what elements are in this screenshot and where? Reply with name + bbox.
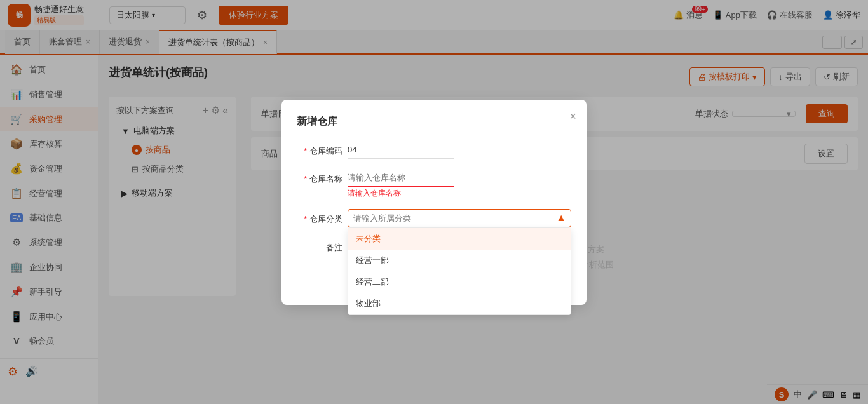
code-label: * 仓库编码 <box>297 141 348 157</box>
note-label: 备注 <box>297 238 348 253</box>
dropdown-item-uncategorized[interactable]: 未分类 <box>348 228 571 250</box>
category-required-star: * <box>304 214 307 224</box>
modal-title: 新增仓库 <box>297 115 571 128</box>
modal-close-button[interactable]: × <box>569 110 576 123</box>
form-row-name: * 仓库名称 请输入仓库名称 <box>297 169 571 199</box>
category-label: * 仓库分类 <box>297 209 348 225</box>
dropdown-item-dept2[interactable]: 经营二部 <box>348 271 571 293</box>
category-input[interactable] <box>348 209 571 227</box>
form-row-category: * 仓库分类 ▲ 未分类 经营一部 经营二部 物业部 <box>297 209 571 227</box>
dropdown-item-dept1[interactable]: 经营一部 <box>348 250 571 271</box>
form-row-code: * 仓库编码 <box>297 141 571 159</box>
name-input-wrapper: 请输入仓库名称 <box>348 169 571 199</box>
dropdown-item-property[interactable]: 物业部 <box>348 293 571 314</box>
name-input[interactable] <box>348 169 454 187</box>
category-chevron-icon[interactable]: ▲ <box>556 212 566 224</box>
name-required-star: * <box>304 174 307 184</box>
name-error-msg: 请输入仓库名称 <box>348 188 571 199</box>
name-label: * 仓库名称 <box>297 169 348 185</box>
new-warehouse-modal: 新增仓库 × * 仓库编码 * 仓库名称 请输入仓库名称 <box>281 100 587 305</box>
code-input[interactable] <box>348 141 454 159</box>
category-dropdown-wrapper: ▲ 未分类 经营一部 经营二部 物业部 <box>348 209 571 227</box>
category-dropdown-list: 未分类 经营一部 经营二部 物业部 <box>348 227 571 315</box>
code-input-wrapper <box>348 141 571 159</box>
code-required-star: * <box>304 146 307 156</box>
modal-overlay: 新增仓库 × * 仓库编码 * 仓库名称 请输入仓库名称 <box>0 0 868 404</box>
